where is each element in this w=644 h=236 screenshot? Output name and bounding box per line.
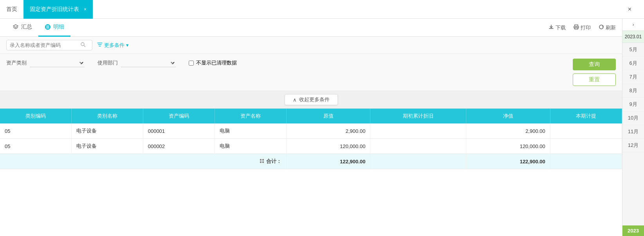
- date-display: 2023.01: [622, 31, 644, 43]
- reset-button[interactable]: 重置: [573, 73, 616, 86]
- right-panel-arrow[interactable]: ›: [622, 19, 644, 31]
- print-label: 打印: [581, 24, 591, 31]
- month-item[interactable]: 10月: [622, 111, 644, 125]
- close-window-button[interactable]: ×: [622, 6, 638, 13]
- print-icon: [574, 24, 579, 31]
- collapse-label: 收起更多条件: [299, 96, 330, 103]
- cell-asset-name: 电脑: [215, 139, 286, 154]
- summary-icon: [259, 158, 265, 165]
- summary-tab-icon: [13, 24, 19, 30]
- month-item[interactable]: 9月: [622, 98, 644, 111]
- cell-asset-name: 电脑: [215, 123, 286, 139]
- year-badge: 2023: [622, 225, 644, 236]
- month-item[interactable]: 8月: [622, 84, 644, 98]
- summary-current-period: [550, 154, 622, 169]
- refresh-button[interactable]: 刷新: [599, 24, 616, 31]
- chevron-down-icon: ▾: [126, 42, 129, 48]
- month-item[interactable]: 12月: [622, 139, 644, 152]
- month-item[interactable]: 11月: [622, 125, 644, 139]
- cell-category-name: 电子设备: [71, 123, 143, 139]
- summary-label-cell: 合计：: [0, 154, 287, 169]
- search-input-wrap: [6, 40, 92, 50]
- cell-accumulated-depreciation: [370, 123, 466, 139]
- cell-asset-code: 000002: [143, 139, 215, 154]
- nav-tab-close[interactable]: ×: [84, 7, 87, 12]
- summary-accumulated: [370, 154, 466, 169]
- right-arrow-icon: ›: [633, 22, 634, 27]
- department-filter: 使用部门 ▾: [97, 59, 173, 67]
- more-conditions-label: 更多条件: [104, 42, 124, 49]
- search-input[interactable]: [10, 42, 80, 48]
- search-icon[interactable]: [80, 42, 86, 48]
- asset-category-select[interactable]: [30, 59, 85, 67]
- svg-rect-9: [260, 159, 262, 161]
- right-panel: › 2023.01 5月6月7月8月9月10月11月12月 2023: [622, 19, 644, 236]
- print-button[interactable]: 打印: [574, 24, 591, 31]
- current-date-label: 2023.01: [625, 34, 642, 39]
- filter-buttons: 查询 重置: [573, 59, 616, 86]
- filter-icon: [97, 42, 103, 48]
- cell-net-value: 120,000.00: [466, 139, 550, 154]
- col-category-name: 类别名称: [71, 109, 143, 123]
- collapse-conditions-button[interactable]: ∧ 收起更多条件: [285, 94, 338, 105]
- col-net-value: 净值: [466, 109, 550, 123]
- hide-cleared-group: 不显示已清理数据: [189, 59, 237, 66]
- download-label: 下载: [556, 24, 566, 31]
- asset-category-filter: 资产类别 ▾: [6, 59, 82, 67]
- nav-tab[interactable]: 固定资产折旧统计表 ×: [23, 0, 93, 19]
- cell-current-period: [550, 139, 622, 154]
- download-icon: [548, 24, 554, 31]
- svg-rect-12: [262, 161, 264, 163]
- summary-net-value: 122,900.00: [466, 154, 550, 169]
- svg-point-7: [81, 43, 84, 46]
- month-item[interactable]: 7月: [622, 70, 644, 84]
- hide-cleared-label[interactable]: 不显示已清理数据: [196, 59, 237, 66]
- svg-line-8: [84, 46, 85, 47]
- department-chevron: ▾: [171, 61, 173, 65]
- cell-current-period: [550, 123, 622, 139]
- collapse-up-icon: ∧: [293, 97, 297, 103]
- cell-original-value: 2,900.00: [287, 123, 370, 139]
- cell-category-code: 05: [0, 139, 71, 154]
- col-category-code: 类别编码: [0, 109, 71, 123]
- department-label: 使用部门: [97, 59, 118, 66]
- summary-text: 合计：: [266, 158, 281, 165]
- tab-summary[interactable]: 汇总: [6, 19, 38, 37]
- summary-tab-label: 汇总: [21, 23, 32, 30]
- more-conditions-button[interactable]: 更多条件 ▾: [97, 42, 129, 49]
- cell-category-name: 电子设备: [71, 139, 143, 154]
- month-item[interactable]: 5月: [622, 43, 644, 57]
- asset-category-chevron: ▾: [80, 61, 82, 65]
- table-row: 05 电子设备 000002 电脑 120,000.00 120,000.00: [0, 139, 622, 154]
- nav-home[interactable]: 首页: [6, 6, 23, 13]
- refresh-icon: [599, 24, 604, 31]
- col-current-period: 本期计提: [550, 109, 622, 123]
- department-select[interactable]: [121, 59, 176, 67]
- table-row: 05 电子设备 000001 电脑 2,900.00 2,900.00: [0, 123, 622, 139]
- download-button[interactable]: 下载: [548, 24, 566, 31]
- summary-row: 合计： 122,900.00 122,900.00: [0, 154, 622, 169]
- cell-category-code: 05: [0, 123, 71, 139]
- refresh-label: 刷新: [606, 24, 616, 31]
- cell-accumulated-depreciation: [370, 139, 466, 154]
- svg-rect-11: [260, 161, 262, 163]
- col-asset-code: 资产编码: [143, 109, 215, 123]
- month-item[interactable]: 6月: [622, 57, 644, 70]
- tab-detail[interactable]: 明细: [38, 19, 70, 37]
- summary-original-value: 122,900.00: [287, 154, 370, 169]
- svg-rect-10: [262, 159, 264, 161]
- cell-original-value: 120,000.00: [287, 139, 370, 154]
- col-accumulated-depreciation: 期初累计折旧: [370, 109, 466, 123]
- detail-tab-label: 明细: [53, 23, 64, 30]
- detail-tab-icon: [45, 24, 51, 30]
- col-asset-name: 资产名称: [215, 109, 286, 123]
- asset-category-label: 资产类别: [6, 59, 27, 66]
- hide-cleared-checkbox[interactable]: [189, 61, 194, 66]
- data-table: 类别编码 类别名称 资产编码 资产名称 原值 期初累计折旧 净值 本期计提 05…: [0, 109, 622, 236]
- query-button[interactable]: 查询: [573, 59, 616, 70]
- cell-net-value: 2,900.00: [466, 123, 550, 139]
- cell-asset-code: 000001: [143, 123, 215, 139]
- nav-tab-label: 固定资产折旧统计表: [30, 6, 79, 13]
- col-original-value: 原值: [287, 109, 370, 123]
